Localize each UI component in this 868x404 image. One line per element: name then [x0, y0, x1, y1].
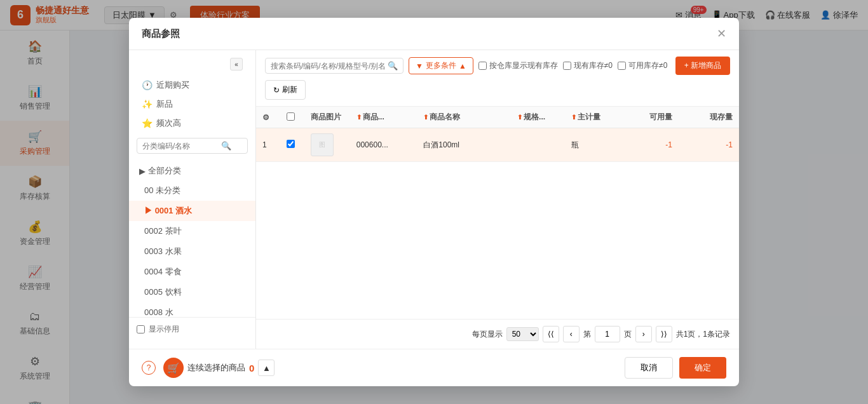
confirm-button[interactable]: 确定	[679, 357, 726, 379]
page-size-label: 每页显示	[472, 329, 503, 340]
product-search-wrap[interactable]: 🔍	[265, 58, 403, 74]
col-check-all[interactable]	[280, 107, 304, 128]
category-0002[interactable]: 0002 茶叶	[129, 221, 255, 241]
col-settings[interactable]: ⚙	[256, 107, 280, 128]
product-table-wrap: ⚙ 商品图片 ⬆ 商品...	[256, 107, 739, 319]
category-0005-label: 0005 饮料	[144, 287, 182, 297]
col-spec-header[interactable]: ⬆ 规格...	[511, 107, 564, 128]
category-0004[interactable]: 0004 零食	[129, 262, 255, 282]
refresh-button[interactable]: ↻ 刷新	[265, 80, 306, 100]
cart-icon[interactable]: 🛒	[163, 358, 184, 378]
arrow-right-icon: ▶	[144, 206, 153, 215]
cart-text-label: 连续选择的商品	[187, 362, 245, 374]
arrow-right-icon: ▶	[139, 166, 146, 176]
help-label: ?	[147, 363, 151, 372]
col-img-header: 商品图片	[304, 107, 350, 128]
category-0005[interactable]: 0005 饮料	[129, 282, 255, 302]
star-icon: ⭐	[142, 118, 153, 128]
col-avail-label: 可用量	[649, 112, 672, 121]
cart-count: 0	[249, 363, 254, 374]
refresh-icon: ↻	[273, 86, 280, 95]
product-table: ⚙ 商品图片 ⬆ 商品...	[256, 107, 739, 162]
stock-not-zero-checkbox[interactable]	[563, 62, 571, 70]
help-icon[interactable]: ?	[142, 361, 156, 375]
category-all-label: 全部分类	[148, 165, 181, 177]
chevron-up-icon: ▲	[459, 62, 466, 71]
search-icon: 🔍	[221, 141, 231, 151]
category-search-box[interactable]: 🔍	[137, 138, 248, 154]
page-label: 第	[583, 329, 591, 340]
page-size-select[interactable]: 50 100 200	[506, 327, 539, 341]
col-code-header[interactable]: ⬆ 商品...	[350, 107, 417, 128]
category-0003-label: 0003 水果	[144, 246, 182, 256]
refresh-label: 刷新	[282, 84, 297, 95]
col-unit-label: 主计量	[578, 112, 600, 123]
total-info: 共1页，1条记录	[676, 329, 730, 340]
checkbox-by-warehouse[interactable]: 按仓库显示现有库存	[478, 60, 558, 71]
quick-recent-label: 近期购买	[156, 79, 189, 91]
clock-icon: 🕐	[142, 80, 153, 90]
check-all-checkbox[interactable]	[287, 112, 295, 121]
category-0001-label: 0001 酒水	[155, 206, 193, 215]
display-disabled-label: 显示停用	[149, 324, 179, 335]
category-0008[interactable]: 0008 水	[129, 302, 255, 317]
category-0002-label: 0002 茶叶	[144, 226, 182, 236]
display-disabled-row: 显示停用	[129, 317, 255, 341]
col-unit-header[interactable]: ⬆ 主计量	[565, 107, 618, 128]
add-product-button[interactable]: + 新增商品	[675, 57, 730, 75]
modal-overlay: 商品参照 ✕ « 🕐 近期购买 ✨ 新品 ⭐	[0, 0, 868, 404]
page-number-input[interactable]	[595, 326, 620, 342]
row-img-cell: 图	[304, 128, 350, 162]
by-warehouse-checkbox[interactable]	[478, 62, 487, 70]
modal-body: « 🕐 近期购买 ✨ 新品 ⭐ 频次高 🔍	[129, 50, 739, 349]
row-unit: 瓶	[565, 128, 618, 162]
col-name-label: 商品名称	[430, 112, 460, 123]
col-avail-header: 可用量	[618, 107, 679, 128]
row-name: 白酒100ml	[417, 128, 511, 162]
col-spec-label: 规格...	[524, 112, 545, 123]
next-page-btn[interactable]: ›	[635, 326, 652, 342]
category-all[interactable]: ▶ 全部分类	[129, 161, 255, 180]
page-suffix: 页	[624, 329, 632, 340]
new-icon: ✨	[142, 99, 153, 109]
right-panel: 🔍 ▼ 更多条件 ▲ 按仓库显示现有库存 现有库存≠0	[256, 50, 739, 349]
row-checkbox-cell[interactable]	[280, 128, 304, 162]
category-0004-label: 0004 零食	[144, 267, 182, 276]
avail-not-zero-checkbox[interactable]	[618, 62, 626, 70]
checkbox-stock-not-zero[interactable]: 现有库存≠0	[563, 60, 613, 71]
checkbox-avail-not-zero[interactable]: 可用库存≠0	[618, 60, 667, 71]
quick-recent[interactable]: 🕐 近期购买	[137, 76, 248, 95]
category-0001[interactable]: ▶ 0001 酒水	[129, 201, 255, 221]
first-page-btn[interactable]: ⟨⟨	[543, 326, 559, 342]
product-search-input[interactable]	[271, 62, 385, 71]
sort-icon: ⬆	[356, 114, 362, 121]
row-avail: -1	[618, 128, 679, 162]
sort-icon: ⬆	[517, 114, 522, 121]
modal-title: 商品参照	[142, 28, 180, 40]
display-disabled-checkbox[interactable]	[137, 325, 145, 333]
by-warehouse-label: 按仓库显示现有库存	[489, 60, 558, 71]
table-row[interactable]: 1 图 000600... 白酒100ml 瓶 -1 -1	[256, 128, 739, 162]
cancel-button[interactable]: 取消	[625, 357, 673, 379]
more-filters-button[interactable]: ▼ 更多条件 ▲	[409, 57, 473, 74]
sort-icon: ⬆	[423, 114, 428, 121]
col-code-label: 商品...	[363, 112, 384, 123]
left-panel: « 🕐 近期购买 ✨ 新品 ⭐ 频次高 🔍	[129, 50, 256, 349]
category-0008-label: 0008 水	[144, 307, 173, 317]
prev-page-btn[interactable]: ‹	[563, 326, 580, 342]
quick-frequent[interactable]: ⭐ 频次高	[137, 114, 248, 133]
category-search-input[interactable]	[142, 142, 219, 151]
quick-new[interactable]: ✨ 新品	[137, 95, 248, 114]
collapse-button[interactable]: «	[230, 58, 243, 71]
cart-collapse-btn[interactable]: ▲	[258, 360, 275, 376]
close-icon[interactable]: ✕	[717, 27, 726, 41]
last-page-btn[interactable]: ⟩⟩	[656, 326, 672, 342]
quick-nav: « 🕐 近期购买 ✨ 新品 ⭐ 频次高	[129, 58, 255, 133]
pagination: 每页显示 50 100 200 ⟨⟨ ‹ 第 页 › ⟩⟩ 共1页，1条记录	[256, 319, 739, 349]
category-0003[interactable]: 0003 水果	[129, 241, 255, 262]
row-checkbox[interactable]	[287, 140, 295, 148]
col-stock-header: 现存量	[679, 107, 739, 128]
modal-header: 商品参照 ✕	[129, 18, 739, 50]
category-00[interactable]: 00 未分类	[129, 180, 255, 201]
col-name-header[interactable]: ⬆ 商品名称	[417, 107, 511, 128]
